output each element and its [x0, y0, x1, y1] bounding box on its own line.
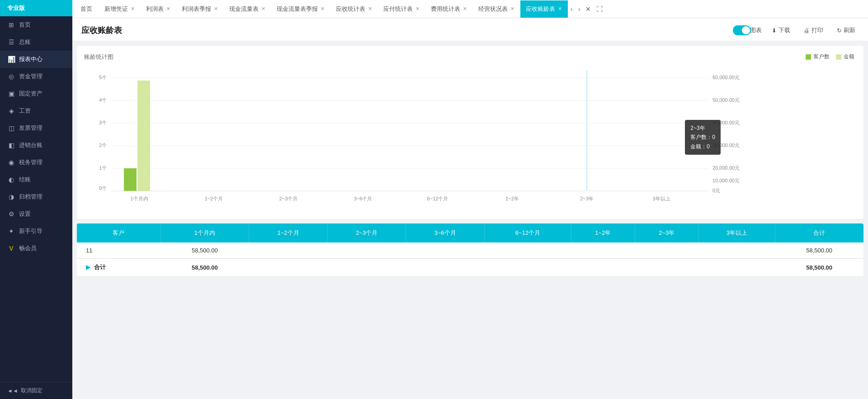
close-profit-quarterly[interactable]: ✕ — [214, 6, 218, 12]
th-customer: 客户 — [77, 223, 160, 242]
th-m1: 1个月内 — [160, 223, 249, 242]
sidebar-item-salary[interactable]: ◈ 工资 — [0, 102, 72, 119]
th-total: 合计 — [775, 223, 863, 242]
tab-profit-quarterly[interactable]: 利润表季报 ✕ — [176, 0, 224, 18]
svg-text:4个: 4个 — [99, 97, 107, 103]
app-logo: 专业版 — [0, 0, 72, 16]
svg-text:0个: 0个 — [99, 185, 107, 191]
tab-expand-btn[interactable]: ⛶ — [594, 5, 605, 13]
settings-icon: ⚙ — [7, 210, 15, 218]
svg-text:1个月内: 1个月内 — [130, 196, 148, 201]
table-container: 客户 1个月内 1~2个月 2~3个月 3~6个月 6~12个月 1~2年 2~… — [77, 223, 863, 276]
tab-cashflow-quarterly[interactable]: 现金流量表季报 ✕ — [271, 0, 330, 18]
sidebar-item-tax[interactable]: ◉ 税务管理 — [0, 154, 72, 171]
chart-wrapper: 5个 4个 3个 2个 1个 0个 60,000.00元 50,000.00元 … — [84, 66, 856, 212]
td-total-m6-12 — [485, 259, 571, 276]
close-cashflow-quarterly[interactable]: ✕ — [321, 6, 325, 12]
th-y1-2: 1~2年 — [571, 223, 635, 242]
sidebar-item-settings[interactable]: ⚙ 设置 — [0, 205, 72, 223]
bar-amount-0 — [137, 81, 150, 191]
sidebar-item-archive[interactable]: ◑ 归档管理 — [0, 188, 72, 205]
close-profit[interactable]: ✕ — [166, 6, 170, 12]
closing-icon: ◐ — [7, 176, 15, 183]
legend-customer: 客户数 — [806, 53, 830, 61]
archive-icon: ◑ — [7, 193, 15, 200]
chart-title: 账龄统计图 — [84, 53, 856, 61]
collapse-icon: ◄◄ — [7, 388, 18, 394]
sidebar-item-vip[interactable]: V 畅会员 — [0, 240, 72, 257]
svg-text:0元: 0元 — [712, 188, 720, 193]
tab-new-voucher[interactable]: 新增凭证 ✕ — [99, 0, 141, 18]
table-row: 11 58,500.00 58,500.00 — [77, 242, 863, 259]
chart-toggle[interactable] — [733, 25, 751, 35]
download-icon: ⬇ — [772, 27, 777, 34]
sidebar-item-invoice[interactable]: ◫ 发票管理 — [0, 119, 72, 137]
svg-text:2~3年: 2~3年 — [580, 196, 594, 201]
tab-bar: 首页 新增凭证 ✕ 利润表 ✕ 利润表季报 ✕ 现金流量表 ✕ 现金流量表季报 … — [72, 0, 868, 18]
td-m1: 58,500.00 — [160, 242, 249, 259]
total-icon: ▶ — [86, 264, 90, 271]
close-cashflow[interactable]: ✕ — [261, 6, 265, 12]
svg-text:3年以上: 3年以上 — [652, 196, 670, 201]
chart-svg: 5个 4个 3个 2个 1个 0个 60,000.00元 50,000.00元 … — [84, 66, 856, 210]
tab-prev-btn[interactable]: ‹ — [568, 5, 576, 13]
sidebar-item-home[interactable]: ⊞ 首页 — [0, 16, 72, 33]
tab-business-status[interactable]: 经营状况表 ✕ — [473, 0, 520, 18]
svg-text:2个: 2个 — [99, 142, 107, 148]
sidebar-item-closing[interactable]: ◐ 结账 — [0, 171, 72, 188]
print-icon: 🖨 — [804, 27, 810, 34]
close-new-voucher[interactable]: ✕ — [131, 6, 135, 12]
sidebar-item-assets[interactable]: ▣ 固定资产 — [0, 85, 72, 102]
close-business-status[interactable]: ✕ — [510, 6, 514, 12]
td-m1-2 — [249, 242, 328, 259]
tab-next-btn[interactable]: › — [576, 5, 583, 13]
td-total: 58,500.00 — [775, 242, 863, 259]
sidebar-item-funds[interactable]: ◎ 资金管理 — [0, 68, 72, 85]
legend-amount: 金额 — [836, 53, 854, 61]
th-y3-plus: 3年以上 — [698, 223, 775, 242]
download-btn[interactable]: ⬇ 下载 — [768, 24, 794, 36]
tab-close-all-btn[interactable]: ✕ — [583, 5, 594, 13]
refresh-btn[interactable]: ↻ 刷新 — [833, 24, 859, 36]
sidebar-item-stock[interactable]: ◧ 进销台账 — [0, 137, 72, 154]
sidebar-item-guide[interactable]: ✦ 新手引导 — [0, 223, 72, 240]
close-ap-stats[interactable]: ✕ — [415, 6, 420, 12]
td-y2-3 — [635, 242, 698, 259]
td-total-y2-3 — [635, 259, 698, 276]
svg-text:60,000.00元: 60,000.00元 — [712, 75, 740, 80]
svg-text:6~12个月: 6~12个月 — [427, 196, 448, 201]
reports-icon: 📊 — [7, 56, 15, 63]
svg-text:30,000.00元: 30,000.00元 — [712, 142, 740, 148]
tab-home[interactable]: 首页 — [74, 0, 99, 18]
sidebar-collapse-btn[interactable]: ◄◄ 取消固定 — [0, 382, 72, 399]
table-header-row: 客户 1个月内 1~2个月 2~3个月 3~6个月 6~12个月 1~2年 2~… — [77, 223, 863, 242]
svg-text:50,000.00元: 50,000.00元 — [712, 97, 740, 103]
legend-customer-dot — [806, 54, 811, 60]
tab-profit[interactable]: 利润表 ✕ — [141, 0, 176, 18]
tab-ar-stats[interactable]: 应收统计表 ✕ — [330, 0, 378, 18]
tab-cashflow[interactable]: 现金流量表 ✕ — [224, 0, 271, 18]
legend-amount-dot — [836, 54, 841, 60]
th-m2-3: 2~3个月 — [327, 223, 406, 242]
chart-label: 图表 — [750, 26, 762, 34]
close-fee-stats[interactable]: ✕ — [463, 6, 467, 12]
sidebar-item-ledger[interactable]: ☰ 总账 — [0, 33, 72, 51]
sidebar-item-reports[interactable]: 📊 报表中心 — [0, 51, 72, 68]
td-total-m1-2 — [249, 259, 328, 276]
tab-fee-stats[interactable]: 费用统计表 ✕ — [425, 0, 473, 18]
tab-ar-aging[interactable]: 应收账龄表 ✕ — [520, 0, 568, 18]
print-btn[interactable]: 🖨 打印 — [800, 24, 827, 36]
stock-icon: ◧ — [7, 142, 15, 149]
table-total-row: ▶ 合计 58,500.00 58,500.00 — [77, 259, 863, 276]
svg-text:20,000.00元: 20,000.00元 — [712, 165, 740, 171]
tab-ap-stats[interactable]: 应付统计表 ✕ — [378, 0, 425, 18]
close-ar-aging[interactable]: ✕ — [558, 6, 562, 12]
invoice-icon: ◫ — [7, 124, 15, 132]
close-ar-stats[interactable]: ✕ — [368, 6, 372, 12]
td-m2-3 — [327, 242, 406, 259]
sidebar: 专业版 ⊞ 首页 ☰ 总账 📊 报表中心 ◎ 资金管理 ▣ 固定资产 ◈ 工资 … — [0, 0, 72, 399]
th-y2-3: 2~3年 — [635, 223, 698, 242]
td-y1-2 — [571, 242, 635, 259]
th-m1-2: 1~2个月 — [249, 223, 328, 242]
funds-icon: ◎ — [7, 73, 15, 80]
